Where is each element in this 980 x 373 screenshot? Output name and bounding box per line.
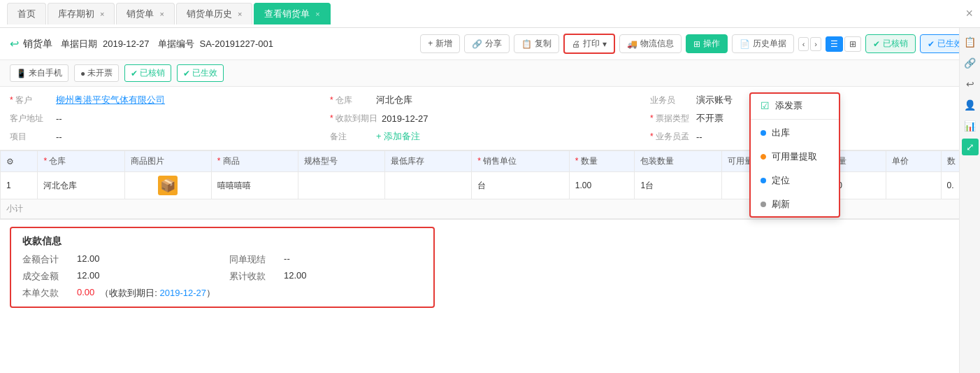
right-sidebar: 📋 🔗 ↩ 👤 📊 ⤢ <box>959 28 980 373</box>
tab-close-sales[interactable]: × <box>159 10 164 18</box>
view-list-button[interactable]: ☰ <box>826 36 843 52</box>
tab-close-inventory[interactable]: × <box>100 10 104 18</box>
sidebar-icon-4[interactable]: 👤 <box>962 97 979 113</box>
status-voided-button[interactable]: ✔ 已核销 <box>865 34 916 53</box>
total-amount-label: 金额合计 <box>22 253 71 266</box>
due-date-row: 收款到期日 2019-12-27 <box>330 112 650 125</box>
operate-button[interactable]: ⊞ 操作 <box>686 34 728 53</box>
total-amount-row: 金额合计 12.00 <box>22 253 215 266</box>
next-button[interactable]: › <box>810 37 821 51</box>
from-phone-button[interactable]: 📱 来自手机 <box>10 64 69 82</box>
no-value: SA-20191227-001 <box>200 38 274 49</box>
address-row: 客户地址 -- <box>10 112 330 125</box>
copy-button[interactable]: 📋 复制 <box>514 34 559 53</box>
dot-icon-refresh <box>761 202 766 207</box>
col-settings[interactable]: ⚙ <box>1 151 38 172</box>
cell-unit-price <box>886 172 941 199</box>
print-button-wrap: 🖨 打印 ▾ <box>563 34 615 54</box>
employee-value: 演示账号 <box>696 94 733 106</box>
sub-toolbar: 📱 来自手机 ● 未开票 ✔ 已核销 ✔ 已生效 <box>0 60 980 87</box>
nav-arrows: ‹ › <box>798 37 821 51</box>
date-value: 2019-12-27 <box>103 38 150 49</box>
confirm-button[interactable]: ✔ 已核销 <box>124 64 171 82</box>
col-image: 商品图片 <box>124 151 211 172</box>
warehouse-value: 河北仓库 <box>376 94 412 106</box>
print-dropdown-arrow: ▾ <box>603 39 607 49</box>
col-min-stock: 最低库存 <box>385 151 472 172</box>
product-image: 📦 <box>158 176 178 195</box>
same-order-label: 同单现结 <box>229 253 278 266</box>
print-button[interactable]: 🖨 打印 ▾ <box>563 34 615 54</box>
sidebar-icon-2[interactable]: 🔗 <box>962 55 979 71</box>
view-grid-button[interactable]: ⊞ <box>844 36 861 52</box>
sidebar-icon-1[interactable]: 📋 <box>962 34 979 50</box>
due-date-label: 收款到期日 <box>330 113 377 125</box>
arrears-row: 本单欠款 0.00 （收款到期日: 2019-12-27） <box>22 287 215 300</box>
tab-view-sales[interactable]: 查看销货单 × <box>254 3 330 24</box>
print-icon: 🖨 <box>572 39 580 49</box>
date-label: 单据日期 <box>61 38 97 50</box>
customer-value[interactable]: 柳州粤港平安气体有限公司 <box>56 94 165 106</box>
tab-close-sales-history[interactable]: × <box>238 10 242 18</box>
doc-no-meta: 单据编号 SA-20191227-001 <box>158 38 274 50</box>
col-product: * 商品 <box>211 151 298 172</box>
new-button[interactable]: + 新增 <box>420 34 459 53</box>
dropdown-item-add-invoice[interactable]: ☑ 添发票 <box>751 94 839 118</box>
copy-icon: 📋 <box>521 39 532 49</box>
history-icon: 📄 <box>740 39 750 49</box>
payment-grid: 金额合计 12.00 同单现结 -- 成交金额 12.00 累计收款 12.00… <box>22 253 422 300</box>
col-unit: * 销售单位 <box>472 151 569 172</box>
due-notice: （收款到期日: 2019-12-27） <box>100 287 215 300</box>
sidebar-icon-3[interactable]: ↩ <box>962 76 979 92</box>
checkbox-icon: ☑ <box>761 100 770 111</box>
deal-amount-value: 12.00 <box>77 270 100 283</box>
toolbar: + 新增 🔗 分享 📋 复制 🖨 打印 ▾ 🚚 物流信息 <box>420 34 970 54</box>
confirmed-button[interactable]: ✔ 已生效 <box>177 64 224 82</box>
dot-icon-locate <box>761 178 766 183</box>
tab-home[interactable]: 首页 <box>7 3 46 24</box>
customer-label: 客户 <box>10 94 52 106</box>
warehouse-label: 仓库 <box>330 94 372 106</box>
sidebar-icon-5[interactable]: 📊 <box>962 118 979 134</box>
cumulative-value: 12.00 <box>284 270 307 283</box>
unopened-button[interactable]: ● 未开票 <box>74 64 119 82</box>
logistics-button[interactable]: 🚚 物流信息 <box>619 34 682 53</box>
cell-image: 📦 <box>124 172 211 199</box>
project-label: 项目 <box>10 131 52 143</box>
col-warehouse: * 仓库 <box>38 151 124 172</box>
remark-row: 备注 + 添加备注 <box>330 130 650 143</box>
dropdown-item-ship[interactable]: 出库 <box>751 121 839 145</box>
confirm-icon: ✔ <box>131 69 138 78</box>
window-close-button[interactable]: × <box>965 6 973 21</box>
dropdown-item-refresh[interactable]: 刷新 <box>751 192 839 216</box>
tab-sales-history[interactable]: 销货单历史 × <box>176 3 252 24</box>
confirmed-icon: ✔ <box>183 69 190 78</box>
add-remark-button[interactable]: + 添加备注 <box>376 130 420 143</box>
customer-row: 客户 柳州粤港平安气体有限公司 <box>10 94 330 106</box>
dropdown-item-locate[interactable]: 定位 <box>751 169 839 192</box>
warehouse-row: 仓库 河北仓库 <box>330 94 650 106</box>
tab-sales[interactable]: 销货单 × <box>116 3 174 24</box>
remark-label: 备注 <box>330 131 372 143</box>
doc-type-label: 销货单 <box>23 38 52 50</box>
arrears-label: 本单欠款 <box>22 287 71 300</box>
address-value: -- <box>56 113 62 124</box>
sidebar-icon-6[interactable]: ⤢ <box>962 139 979 155</box>
dot-icon-ship <box>761 130 766 136</box>
tab-bar: 首页 库存期初 × 销货单 × 销货单历史 × 查看销货单 × × <box>0 0 980 28</box>
cell-pkg-qty: 1台 <box>635 172 721 199</box>
same-order-row: 同单现结 -- <box>229 253 422 266</box>
ticket-value: 不开票 <box>696 112 723 125</box>
staff-value: -- <box>696 132 702 142</box>
history-button[interactable]: 📄 历史单据 <box>732 34 794 53</box>
share-button[interactable]: 🔗 分享 <box>464 34 510 53</box>
prev-button[interactable]: ‹ <box>798 37 809 51</box>
tab-inventory[interactable]: 库存期初 × <box>48 3 115 24</box>
cell-spec <box>298 172 385 199</box>
tab-close-view-sales[interactable]: × <box>315 10 319 18</box>
dropdown-item-available[interactable]: 可用量提取 <box>751 145 839 169</box>
dropdown-separator-1 <box>751 119 839 120</box>
employee-label: 业务员 <box>650 94 692 106</box>
col-unit-price: 单价 <box>886 151 941 172</box>
check-icon-voided: ✔ <box>873 39 880 49</box>
